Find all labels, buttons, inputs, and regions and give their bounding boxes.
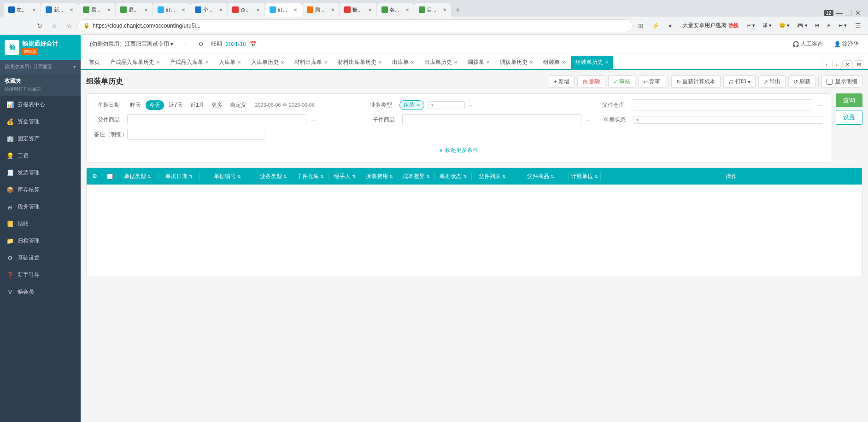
brightness-button[interactable]: ☀ — [824, 19, 834, 32]
tab-assembly[interactable]: 组装单 ✕ — [539, 56, 570, 69]
show-detail-checkbox[interactable] — [827, 79, 833, 85]
sidebar-logo[interactable]: 畅 畅捷通好会计 旗舰版 — [0, 35, 81, 60]
delete-button[interactable]: 🗑 删除 — [577, 75, 605, 88]
tab-product-in-close[interactable]: ✕ — [205, 60, 209, 65]
parent-warehouse-dots[interactable]: ··· — [814, 101, 823, 109]
browser-tab-9[interactable]: 腾... ✕ — [302, 3, 339, 17]
note-input[interactable] — [127, 129, 265, 140]
th-unit[interactable]: 计量单位 ⇅ — [569, 173, 601, 180]
sidebar-company[interactable]: (勿删勿禁用）江西服宝测试专用 ▾ — [0, 60, 81, 74]
order-status-select[interactable]: ▾ — [633, 116, 823, 124]
tab-close-8[interactable]: ✕ — [293, 7, 297, 12]
tab-close-1[interactable]: ✕ — [32, 7, 36, 12]
emoji-button[interactable]: 😊 ▾ — [776, 19, 792, 32]
sidebar-item-reports[interactable]: 📊 云报表中心 — [0, 96, 81, 113]
sidebar-item-tax[interactable]: 🖨 税务管理 — [0, 198, 81, 215]
sidebar-item-membership[interactable]: V 畅会员 — [0, 283, 81, 301]
date-btn-7days[interactable]: 近7天 — [166, 100, 186, 110]
tab-transfer-close[interactable]: ✕ — [486, 60, 490, 65]
tab-scroll-left[interactable]: ‹ — [822, 60, 831, 69]
biz-type-tag-close[interactable]: ✕ — [416, 103, 420, 108]
help-button[interactable]: 🎧 人工咨询 — [789, 39, 827, 49]
browser-tab-10[interactable]: 畅... ✕ — [340, 3, 376, 17]
home-button[interactable]: ⌂ — [48, 19, 61, 32]
browser-tab-1[interactable]: 在... ✕ — [4, 3, 41, 17]
sidebar-item-invoice[interactable]: 🧾 发票管理 — [0, 164, 81, 181]
tab-in-history-close[interactable]: ✕ — [281, 60, 284, 65]
tab-close-5[interactable]: ✕ — [182, 7, 185, 12]
date-btn-1month[interactable]: 近1月 — [188, 100, 207, 110]
tab-out-history-close[interactable]: ✕ — [454, 60, 457, 65]
date-btn-today[interactable]: 今天 — [146, 100, 164, 110]
filter-settings-button[interactable]: 设置 — [836, 110, 862, 125]
th-checkbox[interactable] — [103, 173, 117, 179]
select-all-checkbox[interactable] — [107, 173, 113, 179]
add-new-button[interactable]: + — [181, 40, 191, 49]
company-selector[interactable]: (勿删勿禁用）江西服宝测试专用 ▾ — [86, 39, 177, 49]
lightning-button[interactable]: ⚡ — [649, 19, 662, 32]
tab-close-12[interactable]: ✕ — [443, 7, 446, 12]
tab-more-options[interactable]: ⊟ — [854, 60, 864, 69]
tab-material-out-history[interactable]: 材料出库单历史 ✕ — [333, 56, 387, 69]
apps-button[interactable]: ⊞ — [812, 19, 822, 32]
tab-in-order[interactable]: 入库单 ✕ — [214, 56, 246, 69]
tab-close-all[interactable]: ✕ — [842, 60, 853, 69]
tab-material-out-close[interactable]: ✕ — [324, 60, 328, 65]
th-handler[interactable]: 经手人 ⇅ — [329, 173, 361, 180]
tab-assembly-close[interactable]: ✕ — [562, 60, 565, 65]
th-parent-goods[interactable]: 父件商品 ⇅ — [513, 173, 569, 180]
tab-transfer-history[interactable]: 调拨单历史 ✕ — [495, 56, 538, 69]
favorites-hint[interactable]: 快捷键打开收藏夹 — [5, 86, 76, 92]
tab-in-history[interactable]: 入库单历史 ✕ — [246, 56, 289, 69]
parent-goods-dots[interactable]: ··· — [308, 116, 317, 123]
print-button[interactable]: 🖨 打印 ▾ — [723, 75, 756, 88]
tab-material-out[interactable]: 材料出库单 ✕ — [290, 56, 332, 69]
th-settings[interactable]: ⚙ — [87, 173, 103, 179]
forward-button[interactable]: → — [18, 19, 31, 32]
header-settings-button[interactable]: ⚙ — [195, 40, 207, 49]
browser-tab-3[interactable]: 易... ✕ — [78, 3, 115, 17]
tab-scroll-right[interactable]: › — [832, 60, 841, 69]
avatar-button[interactable]: 👤 徐泽华 — [830, 39, 862, 49]
tab-close-3[interactable]: ✕ — [107, 7, 111, 12]
browser-tab-2[interactable]: 新... ✕ — [41, 3, 78, 17]
biz-type-select[interactable]: ▾ — [428, 101, 465, 109]
back-button[interactable]: ← — [4, 19, 17, 32]
sidebar-item-fixed-assets[interactable]: 🏢 固定资产 — [0, 130, 81, 147]
dropdown-button[interactable]: ▾ — [664, 19, 677, 32]
reload-button[interactable]: ↻ — [33, 19, 46, 32]
approve-button[interactable]: ✓ 审核 — [608, 75, 635, 88]
parent-warehouse-input[interactable] — [632, 99, 812, 110]
th-order-type[interactable]: 单据类型 ⇅ — [117, 173, 158, 180]
bookmark-button[interactable]: ☆ — [63, 19, 76, 32]
browser-tab-8[interactable]: 好... ✕ — [265, 3, 302, 17]
date-btn-more[interactable]: 更多 — [209, 100, 225, 110]
search-bar[interactable]: 大量安卓用户逃离 热搜 — [679, 22, 742, 29]
child-goods-dots[interactable]: ··· — [583, 116, 592, 123]
tab-close-10[interactable]: ✕ — [368, 7, 372, 12]
browser-tab-4[interactable]: 易... ✕ — [116, 3, 152, 17]
browser-maximize[interactable]: ⬜ — [845, 10, 852, 16]
period-value[interactable]: 2021-10 — [226, 41, 246, 47]
tab-out-order-close[interactable]: ✕ — [411, 60, 414, 65]
sidebar-item-closing[interactable]: 📒 结账 — [0, 215, 81, 232]
tab-product-in-history[interactable]: 产成品入库单历史 ✕ — [106, 56, 164, 69]
th-biz-type[interactable]: 业务类型 ⇅ — [255, 173, 292, 180]
tab-material-out-history-close[interactable]: ✕ — [378, 60, 382, 65]
undo-button[interactable]: ↩ ▾ — [836, 19, 850, 32]
tab-in-order-close[interactable]: ✕ — [237, 60, 241, 65]
sidebar-item-payroll[interactable]: 👷 工资 — [0, 147, 81, 164]
address-bar[interactable]: 🔒 https://cloud.chanjet.com/accounting/u… — [77, 19, 633, 32]
th-child-warehouse[interactable]: 子件仓库 ⇅ — [292, 173, 329, 180]
recalc-cost-button[interactable]: ↻ 重新计算成本 — [671, 75, 721, 88]
calendar-icon[interactable]: 📅 — [250, 41, 257, 47]
th-parent-list[interactable]: 父件列表 ⇅ — [472, 173, 513, 180]
th-order-date[interactable]: 单据日期 ⇅ — [158, 173, 200, 180]
tab-transfer-history-close[interactable]: ✕ — [529, 60, 533, 65]
sidebar-item-inventory[interactable]: 📦 库存核算 — [0, 181, 81, 198]
browser-tab-12[interactable]: 目... ✕ — [414, 3, 451, 17]
query-button[interactable]: 查询 — [836, 93, 862, 107]
child-goods-input[interactable] — [402, 114, 581, 125]
add-order-button[interactable]: + 新增 — [549, 75, 575, 88]
th-order-status[interactable]: 单据状态 ⇅ — [435, 173, 472, 180]
